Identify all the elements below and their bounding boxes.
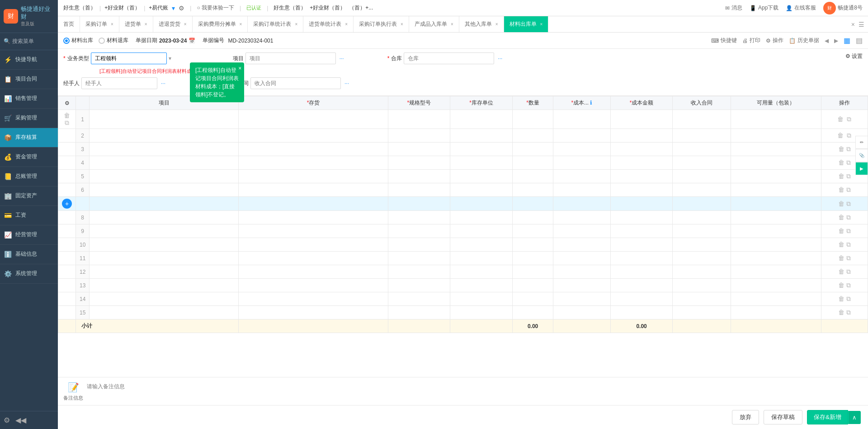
user-profile-button[interactable]: 财 畅捷通8号 (823, 2, 863, 14)
row-copy-icon-5[interactable]: ⧉ (846, 172, 851, 180)
sidebar-item-project[interactable]: 📋 项目合同 (0, 70, 58, 89)
print-button[interactable]: 🖨 打印 (742, 37, 760, 44)
active-cell-project[interactable] (90, 197, 239, 211)
top-nav-settings-icon[interactable]: ⚙ (179, 5, 184, 12)
row-delete-icon-9[interactable]: 🗑 (838, 227, 844, 234)
save-new-button[interactable]: 保存&新增 (807, 410, 848, 424)
row-copy-icon-13[interactable]: ⧉ (846, 281, 851, 289)
row-copy-icon-3[interactable]: ⧉ (846, 145, 851, 153)
row-copy-icon-14[interactable]: ⧉ (846, 295, 851, 302)
income-contract-input[interactable] (250, 77, 341, 89)
top-nav-good-finance[interactable]: +好业财（首） (104, 4, 140, 12)
row-delete-icon-15[interactable]: 🗑 (838, 309, 844, 316)
row-copy-icon-15[interactable]: ⧉ (846, 309, 851, 316)
handler-lookup-icon[interactable]: ··· (161, 80, 165, 86)
sidebar-item-quick[interactable]: ⚡ 快捷导航 (0, 50, 58, 70)
tab-purchase-order-stat[interactable]: 采购订单统计表 × (248, 16, 303, 33)
row-delete-icon-12[interactable]: 🗑 (838, 268, 844, 275)
save-new-arrow-button[interactable]: ∧ (848, 411, 861, 424)
sidebar-item-system[interactable]: ⚙️ 系统管理 (0, 264, 58, 284)
cell-unit-1[interactable] (450, 110, 513, 129)
cell-cost-2[interactable] (553, 129, 611, 143)
tooltip-close-button[interactable]: × (238, 64, 241, 72)
radio-material-outbound[interactable]: 材料出库 (63, 37, 93, 44)
top-nav-good-finance2[interactable]: +好业财（首） (310, 4, 345, 12)
try-button[interactable]: ○ 我要体验一下 (197, 4, 234, 12)
row-copy-icon-10[interactable]: ⧉ (846, 241, 851, 248)
row-delete-icon-6[interactable]: 🗑 (838, 186, 844, 193)
sidebar-item-assets[interactable]: 🏢 固定资产 (0, 186, 58, 206)
sidebar-item-ledger[interactable]: 📒 总账管理 (0, 167, 58, 186)
row-copy-icon-1[interactable]: ⧉ (847, 115, 851, 123)
cost-info-icon[interactable]: ℹ (590, 100, 592, 106)
message-button[interactable]: ✉ 消息 (725, 4, 742, 12)
top-nav-agent[interactable]: +易代账 (149, 4, 168, 12)
cell-income-contract-1[interactable] (673, 110, 731, 129)
nav-prev-icon[interactable]: ◀ (825, 38, 829, 44)
cell-project-2[interactable] (90, 129, 239, 143)
row-delete-icon-14[interactable]: 🗑 (838, 295, 844, 302)
row-copy-icon-4[interactable]: ⧉ (846, 159, 851, 166)
save-draft-button[interactable]: 保存草稿 (764, 410, 802, 424)
row-delete-icon-13[interactable]: 🗑 (838, 281, 844, 289)
tab-purchase-return-close[interactable]: × (184, 22, 187, 27)
col-settings[interactable]: ⚙ (58, 96, 76, 110)
row-delete-icon-11[interactable]: 🗑 (838, 254, 844, 262)
discard-button[interactable]: 放弃 (732, 410, 759, 424)
tab-receipt-stat[interactable]: 进货单统计表 × (303, 16, 354, 33)
tab-receipt-stat-close[interactable]: × (345, 22, 348, 27)
right-panel-icon-1[interactable]: ✏ (855, 136, 868, 149)
warehouse-input[interactable] (404, 52, 494, 64)
row-delete-icon-1[interactable]: 🗑 (837, 115, 844, 123)
row-copy-icon-7[interactable]: ⧉ (846, 200, 851, 207)
settings-gear-icon[interactable]: ⚙ (4, 416, 10, 424)
tab-material-outbound[interactable]: 材料出库单 × (504, 16, 549, 33)
tab-purchase-exec-close[interactable]: × (401, 22, 403, 27)
tab-purchase-order[interactable]: 采购订单 × (80, 16, 119, 33)
row-delete-icon-7[interactable]: 🗑 (838, 200, 844, 207)
row-copy-icon-2[interactable]: ⧉ (847, 132, 851, 139)
cell-cost-amount-2[interactable] (610, 129, 673, 143)
cell-spec-2[interactable] (388, 129, 450, 143)
tab-other-inbound[interactable]: 其他入库单 × (459, 16, 504, 33)
sidebar-item-sales[interactable]: 📊 销售管理 (0, 89, 58, 109)
right-panel-icon-2[interactable]: 📎 (855, 149, 868, 162)
cell-inventory-2[interactable] (239, 129, 388, 143)
online-service-button[interactable]: 👤 在线客服 (786, 4, 816, 12)
delete-icon-1[interactable]: 🗑 (64, 112, 70, 119)
tab-home[interactable]: 首页 (58, 16, 80, 33)
active-inventory-input[interactable] (242, 200, 384, 207)
sidebar-item-management[interactable]: 📈 经营管理 (0, 225, 58, 245)
operate-button[interactable]: ⚙ 操作 (766, 37, 783, 44)
business-type-dropdown-icon[interactable]: ▾ (169, 55, 171, 62)
top-nav-more-icon[interactable]: ▾ (172, 5, 175, 12)
project-input[interactable] (245, 52, 336, 64)
notes-input[interactable] (87, 381, 863, 397)
shortcut-button[interactable]: ⌨ 快捷键 (711, 37, 737, 44)
add-row-button[interactable]: + (62, 199, 72, 209)
sidebar-item-search[interactable]: 🔍 搜索菜单 (0, 33, 58, 50)
calendar-icon[interactable]: 📅 (189, 38, 195, 44)
business-type-input[interactable] (91, 52, 167, 64)
cell-cost-amount-1[interactable] (610, 110, 673, 129)
cell-quantity-1[interactable] (512, 110, 553, 129)
cell-available-2[interactable] (731, 129, 821, 143)
sidebar-item-base[interactable]: ℹ️ 基础信息 (0, 245, 58, 264)
tab-purchase-exec[interactable]: 采购订单执行表 × (354, 16, 409, 33)
cell-inventory-1[interactable] (239, 110, 388, 129)
row-delete-icon-8[interactable]: 🗑 (838, 214, 844, 221)
tab-purchase-return[interactable]: 进退货货 × (153, 16, 193, 33)
app-download-button[interactable]: 📱 App下载 (750, 4, 778, 12)
tab-purchase-order-close[interactable]: × (111, 22, 113, 27)
cell-quantity-2[interactable] (512, 129, 553, 143)
view-list-icon[interactable]: ▦ (844, 36, 850, 45)
sidebar-item-purchase[interactable]: 🛒 采购管理 (0, 109, 58, 128)
cell-income-contract-2[interactable] (673, 129, 731, 143)
row-copy-icon-12[interactable]: ⧉ (846, 268, 851, 275)
tab-purchase-receipt-close[interactable]: × (145, 22, 147, 27)
cell-project-1[interactable] (90, 110, 239, 129)
top-nav-more[interactable]: （首）+... (349, 4, 373, 12)
collapse-icon[interactable]: ◀◀ (15, 416, 26, 424)
settings-button[interactable]: ⚙ 设置 (845, 52, 863, 60)
top-nav-good-business[interactable]: 好生意（首） (63, 4, 96, 12)
